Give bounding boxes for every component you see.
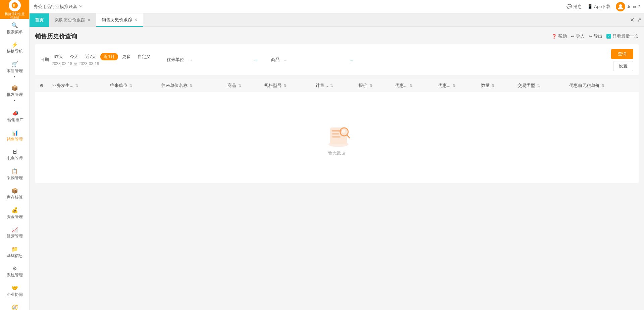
only-last-label: 只看最后一次 [612, 33, 639, 39]
col-pretax-price-label: 优惠前无税单价 [569, 83, 600, 88]
col-partner-code-label: 往来单位 [110, 83, 127, 88]
date-btn-today[interactable]: 今天 [67, 53, 81, 60]
maximize-window-button[interactable]: ⤢ [637, 17, 641, 23]
shortcut-icon: ⚡ [11, 42, 18, 48]
goods-input-area: ··· [282, 56, 353, 63]
col-quote[interactable]: 报价 ⇅ [355, 79, 391, 92]
help-action[interactable]: ❓ 帮助 [551, 33, 567, 39]
sidebar-item-finance[interactable]: 💰 资金管理 [0, 204, 29, 223]
goods-more-icon[interactable]: ··· [350, 57, 353, 62]
col-settings[interactable]: ⚙ [35, 79, 48, 92]
ecommerce-icon: 🖥 [12, 149, 17, 155]
search-icon: 🔍 [11, 22, 18, 29]
sidebar-item-operations[interactable]: 📈 经营管理 [0, 223, 29, 243]
sort-icon-spec: ⇅ [283, 84, 286, 88]
topbar: 办公用品行业模拟账套 💬 消息 📱 App下载 demo2 [30, 0, 644, 13]
mobile-icon: 📱 [587, 4, 593, 9]
tab-purchase-history[interactable]: 采购历史价跟踪 ✕ [49, 13, 96, 27]
date-btn-more[interactable]: 更多 [119, 53, 133, 60]
message-action[interactable]: 💬 消息 [567, 4, 582, 10]
sidebar-item-retail[interactable]: 🛒 零售管理 ▾ [0, 58, 29, 82]
sort-icon-goods: ⇅ [238, 84, 241, 88]
date-btn-custom[interactable]: 自定义 [135, 53, 153, 60]
export-action[interactable]: ↪ 导出 [589, 33, 602, 39]
page-title: 销售历史价查询 [35, 32, 77, 40]
date-filter-label: 日期 [40, 57, 49, 63]
date-btn-yesterday[interactable]: 昨天 [52, 53, 66, 60]
username-label: demo2 [627, 4, 640, 9]
sidebar-item-sales[interactable]: 📊 销售管理 [0, 126, 29, 146]
sidebar-item-shortcut[interactable]: ⚡ 快捷导航 [0, 38, 29, 58]
sort-icon-pretax-price: ⇅ [601, 84, 604, 88]
date-btn-last7[interactable]: 近7天 [83, 53, 99, 60]
sidebar-item-base[interactable]: 📁 基础信息 [0, 243, 29, 262]
sidebar-item-ecommerce[interactable]: 🖥 电商管理 [0, 146, 29, 165]
col-partner-code[interactable]: 往来单位 ⇅ [106, 79, 157, 92]
sidebar-item-enterprise[interactable]: 🤝 企业协同 [0, 281, 29, 301]
marketing-icon: 📣 [12, 110, 19, 116]
col-biz-date[interactable]: 业务发生... ⇅ [48, 79, 106, 92]
only-last-checkbox-label[interactable]: ✓ 只看最后一次 [606, 33, 639, 39]
partner-input[interactable] [187, 56, 254, 63]
data-table-container: ⚙ 业务发生... ⇅ 往来单位 ⇅ 往来单位名称 ⇅ [35, 79, 639, 183]
close-window-button[interactable]: ✕ [630, 17, 634, 23]
col-spec[interactable]: 规格型号 ⇅ [260, 79, 312, 92]
sort-icon-partner-code: ⇅ [129, 84, 132, 88]
sidebar-item-marketing[interactable]: 📣 营销推广 [0, 107, 29, 126]
app-download-action[interactable]: 📱 App下载 [587, 4, 610, 10]
page-header-actions: ❓ 帮助 ↩ 导入 ↪ 导出 ✓ 只看最后一次 [551, 33, 639, 39]
tab-sales-history[interactable]: 销售历史价跟踪 ✕ [96, 13, 143, 27]
base-icon: 📁 [11, 246, 18, 252]
user-action[interactable]: demo2 [616, 2, 640, 11]
import-action[interactable]: ↩ 导入 [571, 33, 585, 39]
col-discount2-label: 优惠... [438, 83, 450, 88]
goods-input[interactable] [282, 56, 350, 63]
col-unit-label: 计量... [316, 83, 328, 88]
export-icon: ↪ [589, 34, 592, 39]
filter-section: 日期 昨天 今天 近7天 近1月 更多 自定义 2023-02-18 至 202… [35, 44, 639, 75]
tab-home[interactable]: 首页 [30, 13, 49, 27]
col-partner-name[interactable]: 往来单位名称 ⇅ [157, 79, 223, 92]
import-icon: ↩ [571, 34, 575, 39]
partner-more-icon[interactable]: ··· [254, 57, 258, 62]
query-button[interactable]: 查询 [611, 49, 633, 59]
col-trade-type[interactable]: 交易类型 ⇅ [514, 79, 565, 92]
settings-gear-icon[interactable]: ⚙ [40, 83, 44, 88]
help-label: 帮助 [558, 33, 567, 39]
col-partner-name-label: 往来单位名称 [161, 83, 187, 88]
date-buttons: 昨天 今天 近7天 近1月 更多 自定义 [52, 53, 153, 60]
sales-icon: 📊 [11, 130, 18, 136]
sidebar-item-search[interactable]: 🔍 搜索菜单 [0, 19, 29, 38]
col-discount1[interactable]: 优惠... ⇅ [391, 79, 434, 92]
chevron-down-icon: ▾ [14, 74, 15, 78]
col-goods[interactable]: 商品 ⇅ [223, 79, 260, 92]
sort-icon-biz-date: ⇅ [75, 84, 78, 88]
svg-text:6: 6 [13, 3, 15, 7]
sidebar-item-purchase[interactable]: 📋 采购管理 [0, 165, 29, 184]
col-discount1-label: 优惠... [395, 83, 408, 88]
checkbox-teal-icon: ✓ [606, 34, 611, 39]
sort-icon-unit: ⇅ [330, 84, 333, 88]
date-btn-last1m[interactable]: 近1月 [100, 53, 118, 60]
operations-icon: 📈 [11, 226, 18, 233]
col-qty[interactable]: 数量 ⇅ [477, 79, 514, 92]
col-goods-label: 商品 [227, 83, 236, 88]
sidebar-item-wholesale[interactable]: 📦 批发管理 ▴ [0, 82, 29, 105]
sidebar-item-system[interactable]: ⚙ 系统管理 [0, 262, 29, 281]
system-icon: ⚙ [12, 265, 17, 272]
tab-sales-close-icon[interactable]: ✕ [134, 18, 138, 22]
sidebar-item-inventory[interactable]: 📦 库存核算 [0, 184, 29, 204]
col-discount2[interactable]: 优惠... ⇅ [434, 79, 477, 92]
settings-button[interactable]: 设置 [613, 61, 633, 71]
tab-purchase-close-icon[interactable]: ✕ [87, 18, 91, 22]
tabbar: 首页 采购历史价跟踪 ✕ 销售历史价跟踪 ✕ ✕ ⤢ [30, 13, 644, 27]
col-pretax-price[interactable]: 优惠前无税单价 ⇅ [565, 79, 639, 92]
col-spec-label: 规格型号 [264, 83, 282, 88]
sidebar-item-guide[interactable]: 🧭 新手引导 [0, 301, 29, 310]
tabbar-window-actions: ✕ ⤢ [630, 17, 644, 23]
dropdown-icon[interactable] [78, 4, 83, 9]
sidebar-logo: 6 畅捷信好生意 标准版 [0, 0, 30, 19]
goods-filter-label: 商品 [271, 57, 280, 63]
date-range-text: 2023-02-18 至 2023-03-18 [52, 61, 153, 67]
col-unit[interactable]: 计量... ⇅ [312, 79, 355, 92]
